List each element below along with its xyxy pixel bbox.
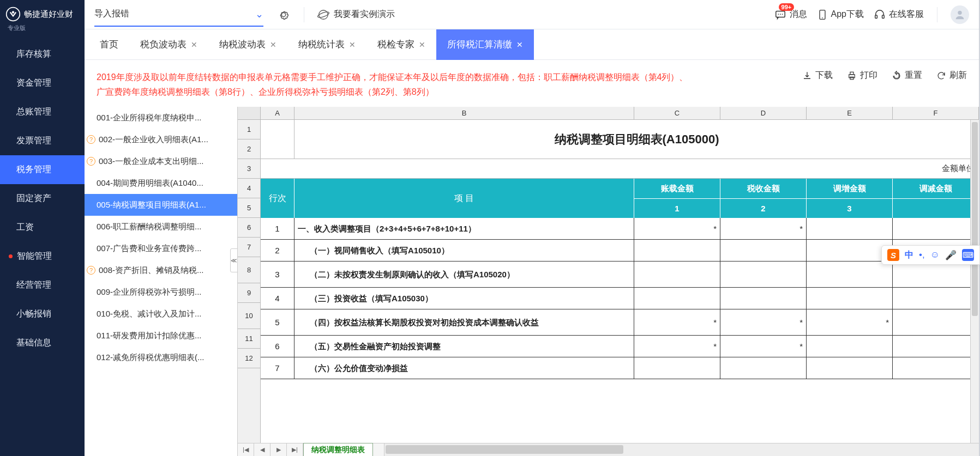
- form-item-012[interactable]: 012-减免所得税优惠明细表(...: [85, 346, 237, 368]
- cell-row-num[interactable]: 2: [261, 240, 294, 261]
- sidebar-item-fixed-assets[interactable]: 固定资产: [0, 184, 85, 213]
- cell-d[interactable]: *: [720, 309, 807, 335]
- ime-mode-label[interactable]: 中: [905, 250, 913, 261]
- cell-c[interactable]: [634, 288, 720, 309]
- demo-link[interactable]: 我要看实例演示: [317, 9, 395, 21]
- sidebar-item-inventory[interactable]: 库存核算: [0, 40, 85, 69]
- refresh-button[interactable]: 刷新: [936, 70, 967, 81]
- form-item-007[interactable]: 007-广告费和业务宣传费跨...: [85, 238, 237, 259]
- cell-c[interactable]: *: [634, 336, 720, 357]
- row-header[interactable]: 10: [238, 303, 260, 329]
- import-error-dropdown[interactable]: 导入报错 ⌄: [94, 8, 263, 27]
- vertical-scrollbar[interactable]: [970, 120, 979, 443]
- select-all-corner[interactable]: [238, 107, 261, 119]
- form-item-011[interactable]: 011-研发费用加计扣除优惠...: [85, 325, 237, 346]
- horizontal-scrollbar[interactable]: [384, 443, 979, 456]
- cell-f[interactable]: [893, 309, 979, 335]
- cell-row-num[interactable]: 3: [261, 262, 294, 287]
- cell-e[interactable]: [807, 357, 893, 379]
- tab-tax-burden[interactable]: 税负波动表✕: [129, 29, 208, 60]
- ime-mic-icon[interactable]: 🎤: [945, 250, 957, 261]
- form-item-004[interactable]: 004-期间费用明细表(A1040...: [85, 172, 237, 194]
- sidebar-item-basic[interactable]: 基础信息: [0, 329, 85, 357]
- cell-row-num[interactable]: 5: [261, 309, 294, 335]
- col-header-e[interactable]: E: [807, 107, 893, 119]
- form-item-002[interactable]: ?002-一般企业收入明细表(A1...: [85, 129, 237, 150]
- form-item-006[interactable]: 006-职工薪酬纳税调整明细...: [85, 216, 237, 238]
- cell-e[interactable]: [807, 288, 893, 309]
- cell-d[interactable]: [720, 262, 807, 287]
- tab-income-tax-settlement[interactable]: 所得税汇算清缴✕: [436, 29, 534, 60]
- cell-f[interactable]: [893, 336, 979, 357]
- sheet-nav-prev[interactable]: ◀: [254, 443, 270, 456]
- scrollbar-thumb[interactable]: [972, 122, 978, 316]
- cell-project[interactable]: （二）未按权责发生制原则确认的收入（填写A105020）: [294, 262, 634, 287]
- cell-f[interactable]: [893, 218, 979, 239]
- form-item-010[interactable]: 010-免税、减计收入及加计...: [85, 303, 237, 325]
- col-header-a[interactable]: A: [261, 107, 294, 119]
- row-header[interactable]: 4: [238, 179, 260, 198]
- cell-project[interactable]: （五）交易性金融资产初始投资调整: [294, 336, 634, 357]
- cell-project[interactable]: 一、收入类调整项目（2+3+4+5+6+7+8+10+11）: [294, 218, 634, 239]
- cell-d[interactable]: [720, 288, 807, 309]
- form-item-001[interactable]: 001-企业所得税年度纳税申...: [85, 107, 237, 129]
- ime-emoji-icon[interactable]: ☺: [930, 250, 940, 260]
- sheet-nav-next[interactable]: ▶: [270, 443, 287, 456]
- form-item-008[interactable]: ?008-资产折旧、摊销及纳税...: [85, 259, 237, 281]
- form-item-009[interactable]: 009-企业所得税弥补亏损明...: [85, 281, 237, 303]
- cell-d[interactable]: [720, 240, 807, 261]
- reset-button[interactable]: 重置: [892, 70, 922, 81]
- ime-punctuation-icon[interactable]: •,: [919, 250, 925, 260]
- sheet-tab[interactable]: 纳税调整明细表: [303, 443, 373, 456]
- ime-toolbar[interactable]: S 中 •, ☺ 🎤 ⌨: [881, 245, 980, 265]
- close-icon[interactable]: ✕: [270, 40, 276, 49]
- form-item-005[interactable]: 005-纳税调整项目明细表(A1...: [85, 194, 237, 216]
- sidebar-item-invoice[interactable]: 发票管理: [0, 126, 85, 155]
- sidebar-item-expense[interactable]: 小畅报销: [0, 300, 85, 329]
- cell-e[interactable]: [807, 262, 893, 287]
- col-header-c[interactable]: C: [634, 107, 720, 119]
- grid[interactable]: 纳税调整项目明细表(A105000) 金额单位 行次 项 目 账载金额1 税收金…: [261, 120, 979, 443]
- row-header[interactable]: 5: [238, 198, 260, 218]
- cell-row-num[interactable]: 7: [261, 357, 294, 379]
- sidebar-item-tax[interactable]: 税务管理: [0, 155, 85, 184]
- sidebar-item-funds[interactable]: 资金管理: [0, 69, 85, 98]
- cell-d[interactable]: *: [720, 218, 807, 239]
- row-header[interactable]: 6: [238, 218, 260, 238]
- cell-d[interactable]: [720, 357, 807, 379]
- sidebar-item-smart[interactable]: 智能管理: [0, 242, 85, 271]
- cell-c[interactable]: [634, 357, 720, 379]
- cell-e[interactable]: *: [807, 309, 893, 335]
- cell-c[interactable]: [634, 262, 720, 287]
- tab-tax-expert[interactable]: 税检专家✕: [366, 29, 436, 60]
- support-button[interactable]: 在线客服: [874, 9, 924, 21]
- cell-row-num[interactable]: 6: [261, 336, 294, 357]
- tab-tax-payment[interactable]: 纳税波动表✕: [208, 29, 287, 60]
- sidebar-item-operation[interactable]: 经营管理: [0, 271, 85, 300]
- close-icon[interactable]: ✕: [349, 40, 356, 49]
- form-item-003[interactable]: ?003-一般企业成本支出明细...: [85, 150, 237, 172]
- cell-row-num[interactable]: 4: [261, 288, 294, 309]
- sidebar-item-ledger[interactable]: 总账管理: [0, 98, 85, 126]
- row-header[interactable]: 12: [238, 349, 260, 368]
- cell-project[interactable]: （六）公允价值变动净损益: [294, 357, 634, 379]
- cell-row-num[interactable]: 1: [261, 218, 294, 239]
- row-header[interactable]: 3: [238, 159, 260, 179]
- cell-project[interactable]: （一）视同销售收入（填写A105010）: [294, 240, 634, 261]
- cell-c[interactable]: *: [634, 218, 720, 239]
- cell-c[interactable]: *: [634, 309, 720, 335]
- print-button[interactable]: 打印: [847, 70, 877, 81]
- row-header[interactable]: 7: [238, 238, 260, 257]
- cell-c[interactable]: [634, 240, 720, 261]
- scrollbar-thumb[interactable]: [386, 445, 623, 454]
- tab-home[interactable]: 首页: [89, 29, 129, 60]
- row-header[interactable]: 11: [238, 329, 260, 349]
- cell-project[interactable]: （四）按权益法核算长期股权投资对初始投资成本调整确认收益: [294, 309, 634, 335]
- download-button[interactable]: 下载: [802, 70, 833, 81]
- cell-project[interactable]: （三）投资收益（填写A105030）: [294, 288, 634, 309]
- col-header-f[interactable]: F: [893, 107, 979, 119]
- col-header-b[interactable]: B: [294, 107, 634, 119]
- close-icon[interactable]: ✕: [191, 40, 197, 49]
- app-download-button[interactable]: App下载: [817, 9, 864, 21]
- cell-f[interactable]: [893, 288, 979, 309]
